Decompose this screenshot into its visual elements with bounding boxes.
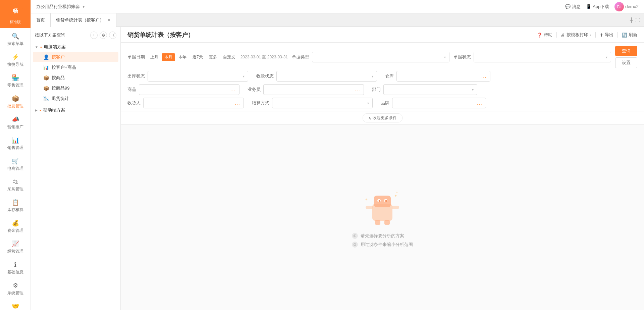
by-goods-icon: 📦: [43, 75, 49, 81]
settings-button[interactable]: 设置: [615, 57, 637, 68]
scheme-item-customer-goods[interactable]: 📊 按客户+商品: [33, 62, 118, 72]
order-status-arrow-icon: ▾: [606, 55, 607, 59]
topbar: 办公用品行业模拟账套 ▾ 💬 消息 📱 App下载 Ea demo2: [31, 0, 644, 13]
out-status-label: 出库状态: [127, 73, 145, 79]
marketing-icon: 📣: [12, 116, 19, 123]
department-select[interactable]: ▾: [383, 84, 477, 95]
collapse-btn-row: ∧ 收起更多条件: [121, 111, 644, 124]
tip-2-num: ②: [352, 242, 358, 248]
sidebar-item-purchase[interactable]: 🛍 采购管理: [0, 175, 31, 195]
brand-dots: ...: [477, 100, 482, 106]
svg-rect-10: [366, 206, 373, 209]
right-panel: 销货单统计表（按客户） ❓ 帮助 🖨 按模板打印 ▾: [121, 27, 644, 310]
svg-rect-3: [374, 196, 391, 207]
topbar-left: 办公用品行业模拟账套 ▾: [36, 4, 85, 10]
date-btn-7days[interactable]: 近7天: [190, 53, 206, 61]
goods-dots: ...: [230, 87, 236, 93]
settle-method-arrow-icon: ▾: [367, 101, 369, 105]
out-status-select[interactable]: ▾: [148, 71, 248, 82]
date-btn-this-year[interactable]: 本年: [176, 53, 189, 61]
warehouse-dots: ...: [481, 73, 487, 79]
operation-icon: 📈: [12, 240, 19, 248]
topbar-right: 💬 消息 📱 App下载 Ea demo2: [565, 2, 639, 11]
tab-close-btn[interactable]: ✕: [107, 18, 111, 22]
scheme-item-by-customer[interactable]: 👤 按客户: [33, 52, 118, 62]
brand-label: 品牌: [381, 100, 389, 106]
tab-minimize-btn[interactable]: ╋: [630, 17, 633, 23]
tab-maximize-btn[interactable]: ⛶: [635, 17, 640, 23]
sidebar-item-inventory[interactable]: 📋 库存核算: [0, 195, 31, 216]
tab-sales-stat[interactable]: 销货单统计表（按客户） ✕: [51, 13, 116, 27]
message-btn[interactable]: 💬 消息: [565, 4, 581, 10]
date-btn-custom[interactable]: 自定义: [220, 53, 238, 61]
workspace-dropdown-icon[interactable]: ▾: [83, 4, 85, 9]
sidebar-item-quick-nav[interactable]: ⚡ 快捷导航: [0, 50, 31, 71]
page-actions: ❓ 帮助 🖨 按模板打印 ▾ ⬆ 导出: [537, 32, 637, 38]
sidebar-item-finance[interactable]: 💰 资金管理: [0, 216, 31, 237]
scheme-panel: 按以下方案查询 + ⚙ 《 ▼ ▪ 电: [31, 27, 121, 310]
sidebar-item-ecommerce[interactable]: 🛒 电商管理: [0, 154, 31, 175]
sidebar-item-marketing[interactable]: 📣 营销推广: [0, 112, 31, 133]
settle-method-label: 结算方式: [252, 100, 269, 106]
avatar: Ea: [614, 2, 624, 11]
order-status-select[interactable]: ▾: [474, 52, 611, 62]
logo-area[interactable]: 畅 标准版: [0, 0, 31, 28]
svg-point-6: [379, 200, 380, 202]
sidebar-item-search-menu[interactable]: 🔍 搜索菜单: [0, 29, 31, 50]
by-goods-99-icon: 📦: [43, 86, 49, 91]
help-btn[interactable]: ❓ 帮助: [537, 32, 552, 38]
goods-select[interactable]: ...: [139, 84, 239, 95]
scheme-panel-title: 按以下方案查询: [35, 32, 65, 38]
scheme-group-desktop-header[interactable]: ▼ ▪ 电脑端方案: [31, 42, 120, 52]
sidebar-item-sales-mgmt[interactable]: 📊 销售管理: [0, 133, 31, 154]
inventory-icon: 📋: [12, 199, 19, 206]
sidebar-item-system[interactable]: ⚙ 系统管理: [0, 278, 31, 299]
sidebar-item-operation[interactable]: 📈 经营管理: [0, 237, 31, 258]
warehouse-select[interactable]: ...: [396, 71, 490, 82]
payment-status-label: 收款状态: [256, 73, 274, 79]
svg-point-7: [385, 200, 387, 202]
filter-section: 单据日期 上月 本月 本年 近7天 更多 自定义 2023-03-01 至 20…: [121, 43, 644, 125]
sidebar-item-retail[interactable]: 🏪 零售管理: [0, 71, 31, 92]
scheme-item-by-goods[interactable]: 📦 按商品: [33, 73, 118, 83]
workspace-name: 办公用品行业模拟账套: [36, 4, 80, 10]
date-btn-more[interactable]: 更多: [206, 53, 220, 61]
brand-select[interactable]: ...: [392, 98, 486, 108]
receiver-dots: ...: [235, 100, 240, 106]
refresh-btn[interactable]: 🔄 刷新: [622, 32, 637, 38]
print-icon: 🖨: [561, 33, 565, 38]
order-type-select[interactable]: ▾: [312, 52, 449, 62]
sidebar-item-cooperation[interactable]: 🤝 企业协同: [0, 299, 31, 310]
sidebar-item-basic-info[interactable]: ℹ 基础信息: [0, 258, 31, 278]
collapse-more-btn[interactable]: ∧ 收起更多条件: [363, 113, 402, 122]
scheme-item-by-goods-99[interactable]: 📦 按商品99: [33, 83, 118, 93]
scheme-settings-btn[interactable]: ⚙: [100, 32, 107, 39]
scheme-group-mobile-header[interactable]: ▶ ▪ 移动端方案: [31, 105, 120, 115]
salesperson-select[interactable]: ...: [263, 84, 364, 95]
receiver-select[interactable]: ...: [143, 98, 244, 108]
scheme-header-actions: + ⚙ 《: [90, 32, 116, 39]
payment-status-select[interactable]: ▾: [276, 71, 377, 82]
main-area: 办公用品行业模拟账套 ▾ 💬 消息 📱 App下载 Ea demo2 首页: [31, 0, 644, 310]
template-print-btn[interactable]: 🖨 按模板打印 ▾: [561, 32, 591, 38]
cooperation-icon: 🤝: [12, 303, 19, 310]
tab-home[interactable]: 首页: [31, 13, 51, 27]
basic-info-icon: ℹ: [14, 261, 16, 268]
wholesale-icon: 📦: [12, 95, 19, 102]
sidebar-item-wholesale[interactable]: 📦 批发管理: [0, 92, 31, 112]
receiver-label: 收货人: [127, 100, 141, 106]
user-area[interactable]: Ea demo2: [614, 2, 639, 11]
scheme-group-mobile: ▶ ▪ 移动端方案: [31, 105, 120, 115]
settle-method-select[interactable]: ▾: [272, 98, 373, 108]
app-download-btn[interactable]: 📱 App下载: [586, 4, 609, 10]
purchase-icon: 🛍: [12, 178, 18, 185]
date-btn-last-month[interactable]: 上月: [148, 53, 161, 61]
query-button[interactable]: 查询: [615, 46, 637, 56]
export-btn[interactable]: ⬆ 导出: [600, 32, 613, 38]
scheme-add-btn[interactable]: +: [90, 32, 98, 39]
by-customer-icon: 👤: [43, 54, 49, 60]
date-btn-this-month[interactable]: 本月: [162, 53, 175, 61]
scheme-item-return-stat[interactable]: 📉 退货统计: [33, 94, 118, 104]
salesperson-dots: ...: [355, 87, 360, 93]
scheme-collapse-btn[interactable]: 《: [109, 32, 116, 39]
